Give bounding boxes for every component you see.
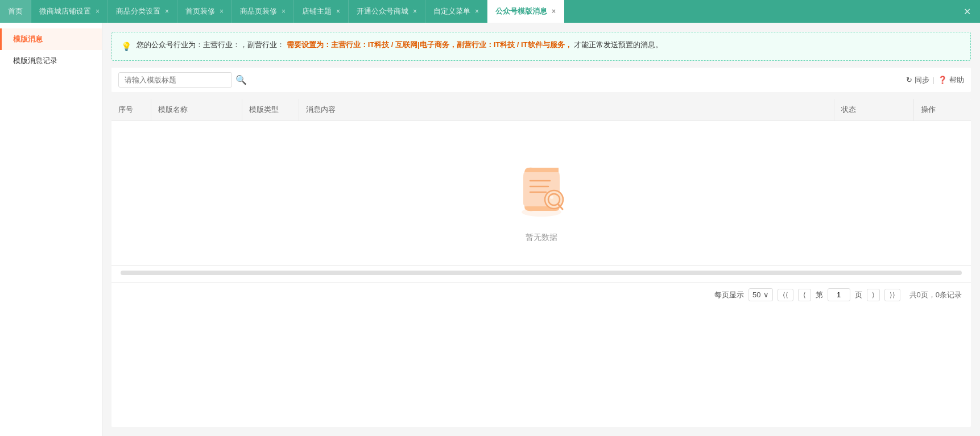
help-button[interactable]: ❓ 帮助	[938, 75, 964, 85]
horizontal-scrollbar[interactable]	[121, 271, 962, 275]
help-icon: ❓	[938, 76, 947, 84]
sidebar-item-template-msg[interactable]: 模版消息	[0, 28, 102, 50]
svg-point-7	[550, 196, 553, 199]
tab-category[interactable]: 商品分类设置 ×	[108, 0, 177, 23]
tab-bar-close-all[interactable]: ✕	[954, 6, 980, 17]
tab-product-decor-close[interactable]: ×	[282, 7, 286, 15]
tab-custom-menu-close[interactable]: ×	[475, 7, 479, 15]
tab-template-msg-close[interactable]: ×	[552, 7, 556, 15]
page-unit: 页	[855, 290, 862, 300]
tab-custom-menu-label: 自定义菜单	[433, 6, 470, 16]
sidebar-item-template-record[interactable]: 模版消息记录	[0, 50, 102, 72]
page-next-button[interactable]: ⟩	[867, 289, 880, 301]
col-name: 模版名称	[151, 99, 242, 121]
page-number-input[interactable]	[828, 288, 850, 301]
tab-template-msg[interactable]: 公众号模版消息 ×	[487, 0, 564, 23]
toolbar: 🔍 ↻ 同步 | ❓ 帮助	[111, 68, 971, 92]
tab-home-decor-label: 首页装修	[185, 6, 215, 16]
sidebar-item-template-msg-label: 模版消息	[13, 35, 43, 43]
tab-category-close[interactable]: ×	[165, 7, 169, 15]
pagination: 每页显示 50 ∨ ⟨⟨ ⟨ 第 页 ⟩ ⟩⟩ 共0页，0条记录	[111, 282, 971, 307]
tab-open-mall[interactable]: 开通公众号商城 ×	[349, 0, 425, 23]
page-first-button[interactable]: ⟨⟨	[778, 289, 793, 301]
toolbar-right: ↻ 同步 | ❓ 帮助	[906, 75, 964, 85]
tab-home-label: 首页	[8, 6, 23, 16]
sidebar: 模版消息 模版消息记录	[0, 23, 102, 436]
page-last-button[interactable]: ⟩⟩	[884, 289, 900, 301]
tab-shop-settings[interactable]: 微商城店铺设置 ×	[31, 0, 108, 23]
tab-custom-menu[interactable]: 自定义菜单 ×	[425, 0, 487, 23]
notice-highlight: 需要设置为：主营行业：IT科技 / 互联网|电子商务，副营行业：IT科技 / I…	[287, 40, 572, 49]
sync-label: 同步	[915, 75, 929, 85]
page-size-value: 50	[752, 290, 760, 299]
page-label: 第	[816, 290, 823, 300]
tab-open-mall-label: 开通公众号商城	[357, 6, 408, 16]
tab-product-decor-label: 商品页装修	[240, 6, 277, 16]
toolbar-divider: |	[933, 76, 934, 84]
empty-illustration	[507, 155, 576, 223]
tab-bar: 首页 微商城店铺设置 × 商品分类设置 × 首页装修 × 商品页装修 × 店铺主…	[0, 0, 980, 23]
page-size-select[interactable]: 50 ∨	[749, 288, 772, 301]
search-icon: 🔍	[235, 75, 247, 85]
sidebar-item-template-record-label: 模版消息记录	[13, 56, 57, 65]
col-index: 序号	[111, 99, 151, 121]
refresh-icon: ↻	[906, 76, 912, 84]
search-button[interactable]: 🔍	[235, 74, 247, 85]
tab-template-msg-label: 公众号模版消息	[495, 6, 547, 16]
search-area: 🔍	[118, 72, 247, 88]
tab-open-mall-close[interactable]: ×	[413, 7, 417, 15]
help-label: 帮助	[949, 75, 964, 85]
total-text: 共0页，0条记录	[909, 290, 962, 300]
tab-home-decor-close[interactable]: ×	[220, 7, 224, 15]
search-input[interactable]	[118, 72, 232, 88]
tab-home[interactable]: 首页	[0, 0, 31, 23]
tab-theme-close[interactable]: ×	[336, 7, 340, 15]
empty-state: 暂无数据	[111, 121, 971, 265]
empty-text: 暂无数据	[526, 232, 557, 243]
scrollbar-area	[111, 265, 971, 282]
main-layout: 模版消息 模版消息记录 💡 您的公众号行业为：主营行业：，副营行业： 需要设置为…	[0, 23, 980, 436]
tab-home-decor[interactable]: 首页装修 ×	[177, 0, 232, 23]
tab-shop-settings-label: 微商城店铺设置	[39, 6, 91, 16]
col-content: 消息内容	[299, 99, 834, 121]
tab-theme[interactable]: 店铺主题 ×	[294, 0, 349, 23]
notice-text: 您的公众号行业为：主营行业：，副营行业： 需要设置为：主营行业：IT科技 / 互…	[137, 39, 663, 51]
col-status: 状态	[834, 99, 914, 121]
col-type: 模版类型	[242, 99, 299, 121]
page-prev-button[interactable]: ⟨	[798, 289, 811, 301]
page-size-label: 每页显示	[714, 290, 744, 300]
tab-shop-settings-close[interactable]: ×	[96, 7, 100, 15]
content-area: 💡 您的公众号行业为：主营行业：，副营行业： 需要设置为：主营行业：IT科技 /…	[102, 23, 980, 436]
tab-product-decor[interactable]: 商品页装修 ×	[232, 0, 294, 23]
notice-icon: 💡	[121, 40, 132, 53]
tab-theme-label: 店铺主题	[302, 6, 332, 16]
tab-category-label: 商品分类设置	[116, 6, 160, 16]
table-header: 序号 模版名称 模版类型 消息内容 状态 操作	[111, 99, 971, 121]
table-wrapper: 序号 模版名称 模版类型 消息内容 状态 操作	[111, 99, 971, 427]
notice-box: 💡 您的公众号行业为：主营行业：，副营行业： 需要设置为：主营行业：IT科技 /…	[111, 32, 971, 61]
sync-button[interactable]: ↻ 同步	[906, 75, 929, 85]
col-action: 操作	[914, 99, 971, 121]
chevron-down-icon: ∨	[763, 290, 769, 299]
